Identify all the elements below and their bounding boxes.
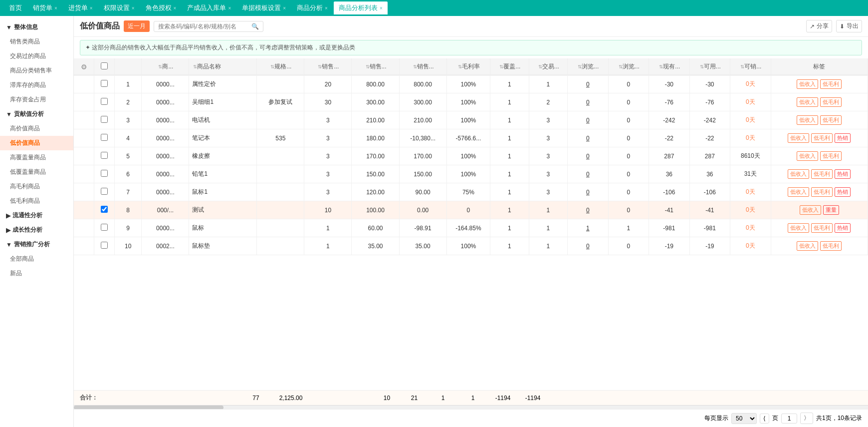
search-icon[interactable]: 🔍 [251, 23, 259, 30]
td-checkbox[interactable] [94, 183, 115, 201]
tag-低毛利: 低毛利 [811, 169, 833, 179]
browse1-link[interactable]: 0 [586, 189, 590, 196]
sidebar-item-新品[interactable]: 新品 [0, 266, 73, 281]
td-browse1[interactable]: 0 [568, 129, 609, 147]
nav-item-进货单[interactable]: 进货单× [63, 1, 98, 14]
nav-close-icon[interactable]: × [54, 5, 57, 11]
row-checkbox[interactable] [101, 134, 108, 141]
nav-item-首页[interactable]: 首页 [4, 1, 27, 14]
settings-icon[interactable]: ⚙ [81, 63, 87, 71]
td-sales-qty: 3 [304, 183, 352, 201]
sidebar-group-成长性分析[interactable]: ▶ 成长性分析 [0, 223, 73, 237]
row-checkbox[interactable] [101, 242, 108, 249]
td-browse1[interactable]: 0 [568, 183, 609, 201]
sidebar-item-滞库存的商品[interactable]: 滞库存的商品 [0, 78, 73, 92]
row-checkbox[interactable] [101, 116, 108, 123]
nav-close-icon[interactable]: × [283, 5, 286, 11]
browse1-link[interactable]: 0 [586, 171, 590, 178]
nav-close-icon[interactable]: × [174, 5, 177, 11]
td-browse1[interactable]: 0 [568, 237, 609, 255]
td-sales-amt2: -10,380... [399, 129, 446, 147]
sidebar-item-交易过的商品[interactable]: 交易过的商品 [0, 49, 73, 63]
td-browse1[interactable]: 0 [568, 147, 609, 165]
row-checkbox[interactable] [101, 224, 108, 231]
browse1-link[interactable]: 0 [586, 117, 590, 124]
share-button[interactable]: ↗ 分享 [806, 20, 832, 32]
nav-close-icon[interactable]: × [325, 5, 328, 11]
sidebar-item-高覆盖量商品[interactable]: 高覆盖量商品 [0, 150, 73, 165]
nav-item-商品分析列表[interactable]: 商品分析列表× [334, 1, 388, 14]
row-checkbox[interactable] [101, 206, 108, 213]
td-checkbox[interactable] [94, 165, 115, 183]
row-checkbox[interactable] [101, 98, 108, 105]
td-checkbox[interactable] [94, 129, 115, 147]
browse1-link[interactable]: 0 [586, 135, 590, 142]
horizontal-scrollbar[interactable] [74, 405, 868, 409]
sidebar-item-全部商品[interactable]: 全部商品 [0, 252, 73, 266]
page-input[interactable] [781, 414, 797, 424]
nav-item-单据模板设置[interactable]: 单据模板设置× [237, 1, 291, 14]
td-browse1[interactable]: 0 [568, 111, 609, 129]
th-sell: ⇅可销... [730, 58, 771, 75]
td-checkbox[interactable] [94, 147, 115, 165]
nav-close-icon[interactable]: × [380, 5, 383, 11]
sidebar-item-低覆盖量商品[interactable]: 低覆盖量商品 [0, 165, 73, 179]
sidebar-item-高价值商品[interactable]: 高价值商品 [0, 121, 73, 136]
td-browse1[interactable]: 1 [568, 219, 609, 237]
sidebar-item-高毛利商品[interactable]: 高毛利商品 [0, 179, 73, 194]
page-size-select[interactable]: 50 100 [731, 413, 757, 424]
time-filter-button[interactable]: 近一月 [124, 20, 150, 32]
nav-close-icon[interactable]: × [132, 5, 135, 11]
sidebar-group-整体信息[interactable]: ▼ 整体信息 [0, 20, 73, 34]
td-sales-qty: 20 [304, 75, 352, 93]
row-checkbox[interactable] [101, 188, 108, 195]
nav-item-商品分析[interactable]: 商品分析× [292, 1, 333, 14]
nav-item-销货单[interactable]: 销货单× [28, 1, 62, 14]
sidebar-group-营销推广分析[interactable]: ▼ 营销推广分析 [0, 237, 73, 252]
td-browse1[interactable]: 0 [568, 75, 609, 93]
browse1-link[interactable]: 0 [586, 153, 590, 160]
td-checkbox[interactable] [94, 111, 115, 129]
nav-item-权限设置[interactable]: 权限设置× [99, 1, 140, 14]
browse1-link[interactable]: 1 [586, 225, 590, 232]
nav-item-产成品入库单[interactable]: 产成品入库单× [182, 1, 236, 14]
row-checkbox[interactable] [101, 80, 108, 87]
row-checkbox[interactable] [101, 170, 108, 177]
td-gross-rate: -5766.6... [446, 129, 490, 147]
td-spec [257, 75, 304, 93]
td-checkbox[interactable] [94, 75, 115, 93]
td-browse1[interactable]: 0 [568, 165, 609, 183]
nav-close-icon[interactable]: × [90, 5, 93, 11]
sidebar-item-低毛利商品[interactable]: 低毛利商品 [0, 194, 73, 208]
td-checkbox[interactable] [94, 219, 115, 237]
browse1-link[interactable]: 0 [586, 207, 590, 214]
browse1-link[interactable]: 0 [586, 81, 590, 88]
search-input[interactable] [158, 23, 249, 30]
td-browse1[interactable]: 0 [568, 93, 609, 111]
export-button[interactable]: ⬇ 导出 [836, 20, 862, 32]
nav-item-角色授权[interactable]: 角色授权× [141, 1, 182, 14]
first-page-button[interactable]: ⟨ [760, 414, 769, 424]
td-checkbox[interactable] [94, 201, 115, 219]
browse1-link[interactable]: 0 [586, 99, 590, 106]
select-all-checkbox[interactable] [101, 62, 108, 69]
td-trade: 1 [529, 75, 567, 93]
browse1-link[interactable]: 0 [586, 243, 590, 250]
sidebar-item-低价值商品[interactable]: 低价值商品 [0, 136, 73, 150]
td-checkbox[interactable] [94, 237, 115, 255]
td-sell: 31天 [730, 165, 771, 183]
nav-close-icon[interactable]: × [228, 5, 231, 11]
next-page-button[interactable]: 〉 [800, 413, 813, 424]
sidebar-item-库存资金占用[interactable]: 库存资金占用 [0, 92, 73, 107]
td-sell: 8610天 [730, 147, 771, 165]
sidebar-item-销售类商品[interactable]: 销售类商品 [0, 34, 73, 49]
row-checkbox[interactable] [101, 152, 108, 159]
sidebar-group-贡献值分析[interactable]: ▼ 贡献值分析 [0, 107, 73, 121]
td-checkbox[interactable] [94, 93, 115, 111]
td-browse1[interactable]: 0 [568, 201, 609, 219]
td-sell: 0天 [730, 111, 771, 129]
sidebar-item-商品分类销售率[interactable]: 商品分类销售率 [0, 63, 73, 78]
sidebar-group-流通性分析[interactable]: ▶ 流通性分析 [0, 208, 73, 223]
th-gear[interactable]: ⚙ [74, 58, 94, 75]
th-coverage: ⇅覆盖... [490, 58, 529, 75]
